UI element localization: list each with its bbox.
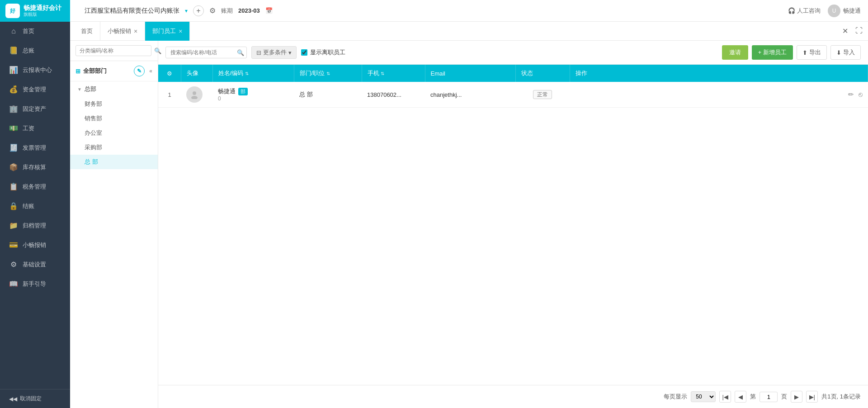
row-avatar: [181, 82, 212, 108]
dept-collapse-btn[interactable]: «: [149, 68, 152, 74]
dept-search-input[interactable]: [75, 45, 151, 56]
tab-employees[interactable]: 部门员工 ×: [145, 22, 190, 41]
logo-icon: 好: [5, 4, 20, 18]
page-last-btn[interactable]: ▶|: [806, 391, 818, 403]
table-row: 1: [158, 82, 868, 108]
dept-edit-btn[interactable]: ✎: [134, 66, 145, 76]
sidebar-item-expense[interactable]: 💳 小畅报销: [0, 235, 70, 255]
svg-point-1: [191, 96, 198, 99]
employee-search-input[interactable]: [165, 47, 247, 58]
sidebar-item-funds[interactable]: 💰 资金管理: [0, 80, 70, 99]
left-arrow-icon: ◀◀: [9, 396, 17, 402]
col-header-actions: 操作: [570, 65, 868, 82]
sidebar-item-assets[interactable]: 🏢 固定资产: [0, 99, 70, 119]
sidebar-item-reports[interactable]: 📊 云报表中心: [0, 60, 70, 80]
tab-expense-close[interactable]: ×: [134, 28, 137, 35]
page-next-btn[interactable]: ▶: [791, 391, 802, 403]
tab-home[interactable]: 首页: [74, 22, 100, 41]
page-first-btn[interactable]: |◀: [719, 391, 731, 403]
employee-table: ⚙ 头像 姓名/编码 ⇅ 部门/职位 ⇅: [158, 65, 868, 108]
service-btn[interactable]: 🎧 人工咨询: [788, 7, 821, 15]
dept-parent-headquarters[interactable]: ▼ 总部: [70, 81, 158, 97]
col-header-name[interactable]: 姓名/编码 ⇅: [212, 65, 294, 82]
avatar: U: [828, 5, 840, 17]
dept-search-box: 🔍: [70, 41, 158, 61]
dept-child-office[interactable]: 办公室: [70, 126, 158, 140]
employee-table-container: ⚙ 头像 姓名/编码 ⇅ 部门/职位 ⇅: [158, 65, 868, 385]
row-name-cell: 畅捷通 部 0: [212, 82, 294, 108]
import-icon: ⬇: [836, 49, 841, 56]
logout-icon[interactable]: ⎋: [859, 90, 863, 99]
col-header-dept[interactable]: 部门/职位 ⇅: [294, 65, 362, 82]
col-header-phone[interactable]: 手机 ⇅: [362, 65, 425, 82]
col-header-settings[interactable]: ⚙: [158, 65, 181, 82]
row-index: 1: [158, 82, 181, 108]
company-name: 江西服宝精品有限责任公司内账张: [85, 7, 179, 15]
close-window-btn[interactable]: ✕: [840, 25, 850, 37]
dept-badge: 部: [238, 88, 248, 95]
employee-search-btn[interactable]: 🔍: [237, 49, 244, 56]
unpin-btn[interactable]: ◀◀ 取消固定: [0, 389, 70, 408]
tab-employees-close[interactable]: ×: [179, 28, 182, 35]
show-resigned-checkbox[interactable]: [301, 49, 307, 56]
user-area[interactable]: U 畅捷通: [828, 5, 861, 17]
period-label: 账期: [221, 7, 233, 15]
page-size-label: 每页显示: [664, 393, 687, 401]
col-header-email: Email: [425, 65, 515, 82]
page-content: 🔍 ⊞ 全部部门 ✎ « ▼ 总部 财务部 销售部: [70, 41, 868, 408]
tax-icon: 📋: [9, 182, 18, 191]
page-prev-btn[interactable]: ◀: [735, 391, 746, 403]
emp-name-row: 畅捷通 部: [218, 87, 288, 95]
dept-child-general[interactable]: 总 部: [70, 155, 158, 169]
col-header-avatar: 头像: [181, 65, 212, 82]
edit-icon[interactable]: ✏: [848, 90, 854, 99]
expand-window-btn[interactable]: ⛶: [854, 25, 864, 37]
filter-btn[interactable]: ⊟ 更多条件 ▾: [251, 46, 297, 59]
dept-child-purchase[interactable]: 采购部: [70, 140, 158, 155]
export-label: 导出: [809, 48, 821, 57]
tab-expense-label: 小畅报销: [108, 27, 131, 35]
sidebar-item-guide[interactable]: 📖 新手引导: [0, 274, 70, 294]
expense-icon: 💳: [9, 241, 18, 249]
show-resigned-label[interactable]: 显示离职员工: [301, 48, 345, 57]
add-company-btn[interactable]: +: [193, 5, 204, 16]
company-dropdown-btn[interactable]: ▾: [185, 8, 188, 14]
toolbar: 🔍 ⊟ 更多条件 ▾ 显示离职员工 邀请 + 新增员工: [158, 41, 868, 65]
avatar: [186, 86, 203, 103]
sidebar-item-invoice[interactable]: 🧾 发票管理: [0, 138, 70, 157]
export-icon: ⬆: [802, 49, 807, 56]
sidebar-item-home[interactable]: ⌂ 首页: [0, 22, 70, 41]
sidebar-item-archive[interactable]: 📁 归档管理: [0, 216, 70, 235]
assets-icon: 🏢: [9, 104, 18, 113]
export-btn[interactable]: ⬆ 导出: [797, 45, 827, 60]
sidebar-item-settings[interactable]: ⚙ 基础设置: [0, 255, 70, 274]
unpin-label: 取消固定: [20, 395, 42, 403]
add-employee-btn[interactable]: + 新增员工: [752, 45, 793, 60]
sidebar-label-closing: 结账: [23, 202, 34, 210]
row-status: 正常: [515, 82, 570, 108]
sidebar-item-salary[interactable]: 💵 工资: [0, 119, 70, 138]
col-name-label: 姓名/编码: [218, 70, 244, 76]
sidebar-item-tax[interactable]: 📋 税务管理: [0, 177, 70, 196]
sidebar-item-ledger[interactable]: 📒 总账: [0, 41, 70, 60]
page-size-select[interactable]: 50 10 20 100: [691, 391, 716, 402]
sidebar: ⌂ 首页 📒 总账 📊 云报表中心 💰 资金管理 🏢 固定资产 💵 工资 🧾 发…: [0, 22, 70, 408]
tab-expense[interactable]: 小畅报销 ×: [100, 22, 145, 41]
dept-child-sales[interactable]: 销售部: [70, 111, 158, 126]
settings-icon[interactable]: ⚙: [209, 6, 216, 15]
col-phone-sort-icon: ⇅: [381, 71, 384, 76]
reports-icon: 📊: [9, 66, 18, 74]
app-name: 畅捷通好会计: [24, 4, 61, 12]
calendar-icon[interactable]: 📅: [265, 7, 273, 14]
dept-child-finance[interactable]: 财务部: [70, 97, 158, 111]
col-header-status: 状态: [515, 65, 570, 82]
invite-btn[interactable]: 邀请: [722, 45, 748, 60]
dept-arrow-icon: ▼: [77, 87, 82, 92]
import-btn[interactable]: ⬇ 导入: [830, 45, 861, 60]
page-input[interactable]: [760, 392, 778, 402]
app-version: 旗舰版: [24, 11, 61, 18]
sidebar-label-ledger: 总账: [23, 47, 34, 55]
sidebar-item-inventory[interactable]: 📦 库存核算: [0, 157, 70, 177]
app-logo: 好 畅捷通好会计 旗舰版: [0, 0, 70, 22]
sidebar-item-closing[interactable]: 🔒 结账: [0, 196, 70, 216]
